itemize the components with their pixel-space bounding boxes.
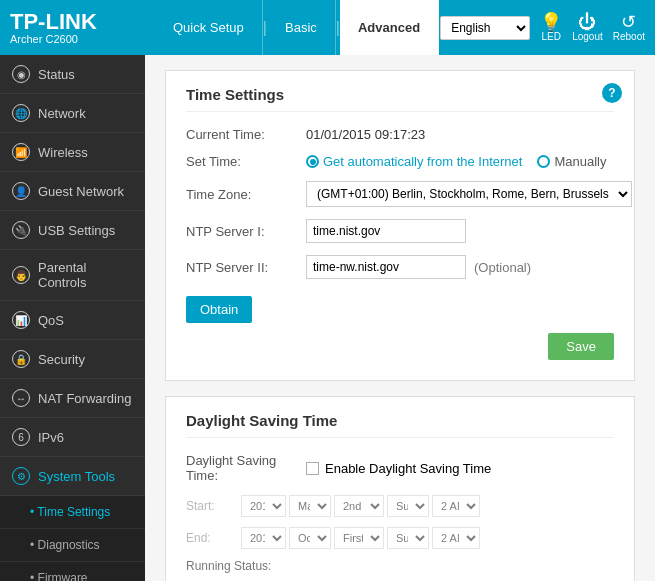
dst-checkbox[interactable] (306, 462, 319, 475)
sidebar-item-nat-forwarding[interactable]: ↔ NAT Forwarding (0, 379, 145, 418)
sidebar-item-label: Network (38, 106, 86, 121)
sidebar-item-ipv6[interactable]: 6 IPv6 (0, 418, 145, 457)
header: TP-LINK Archer C2600 Quick Setup | Basic… (0, 0, 655, 55)
sidebar-item-label: IPv6 (38, 430, 64, 445)
current-time-label: Current Time: (186, 127, 306, 142)
sidebar-item-label: USB Settings (38, 223, 115, 238)
led-button[interactable]: 💡 LED (540, 13, 562, 42)
current-time-value: 01/01/2015 09:17:23 (306, 127, 425, 142)
dst-end-month[interactable]: Oct (289, 527, 331, 549)
ntp2-row: NTP Server II: (Optional) (186, 255, 614, 279)
logout-icon: ⏻ (578, 13, 596, 31)
sidebar-item-guest-network[interactable]: 👤 Guest Network (0, 172, 145, 211)
dst-end-day[interactable]: Sun (387, 527, 429, 549)
reboot-button[interactable]: ↺ Reboot (613, 13, 645, 42)
sidebar-sub-firmware-upgrade[interactable]: Firmware Upgrade (0, 562, 145, 581)
daylight-saving-title: Daylight Saving Time (186, 412, 614, 438)
dst-checkbox-row: Enable Daylight Saving Time (306, 461, 491, 476)
language-select[interactable]: English Chinese (440, 16, 530, 40)
sidebar-sub-menu: Time Settings Diagnostics Firmware Upgra… (0, 496, 145, 581)
help-icon[interactable]: ? (602, 83, 622, 103)
sidebar-item-network[interactable]: 🌐 Network (0, 94, 145, 133)
logout-button[interactable]: ⏻ Logout (572, 13, 603, 42)
timezone-select[interactable]: (GMT+01:00) Berlin, Stockholm, Rome, Ber… (306, 181, 632, 207)
logo-model: Archer C2600 (10, 33, 155, 45)
dst-start-week[interactable]: 2nd (334, 495, 384, 517)
set-time-label: Set Time: (186, 154, 306, 169)
main-content: ? Time Settings Current Time: 01/01/2015… (145, 55, 655, 581)
running-status-label: Running Status: (186, 559, 306, 573)
sidebar-item-label: QoS (38, 313, 64, 328)
led-icon: 💡 (540, 13, 562, 31)
guest-network-icon: 👤 (12, 182, 30, 200)
nat-icon: ↔ (12, 389, 30, 407)
dst-end-hour[interactable]: 2 AM (432, 527, 480, 549)
manually-radio-option[interactable]: Manually (537, 154, 606, 169)
dst-start-row: Start: 2015 Mar 2nd Sun 2 AM (186, 495, 614, 517)
set-time-radio-group: Get automatically from the Internet Manu… (306, 154, 606, 169)
sidebar-item-status[interactable]: ◉ Status (0, 55, 145, 94)
sidebar-item-label: Security (38, 352, 85, 367)
current-time-row: Current Time: 01/01/2015 09:17:23 (186, 127, 614, 142)
auto-radio-label: Get automatically from the Internet (323, 154, 522, 169)
sidebar-sub-time-settings[interactable]: Time Settings (0, 496, 145, 529)
dst-start-month[interactable]: Mar (289, 495, 331, 517)
dst-end-label: End: (186, 531, 241, 545)
ntp2-label: NTP Server II: (186, 260, 306, 275)
header-right: English Chinese 💡 LED ⏻ Logout ↺ Reboot (440, 13, 645, 42)
daylight-saving-section: Daylight Saving Time Daylight Saving Tim… (165, 396, 635, 581)
ntp1-row: NTP Server I: (186, 219, 614, 243)
sidebar-item-label: Wireless (38, 145, 88, 160)
dst-fields: Start: 2015 Mar 2nd Sun 2 AM (186, 495, 614, 549)
sidebar-item-label: Status (38, 67, 75, 82)
sidebar-sub-diagnostics[interactable]: Diagnostics (0, 529, 145, 562)
logo-brand: TP-LINK (10, 11, 155, 33)
nav-quick-setup[interactable]: Quick Setup (155, 0, 263, 55)
sidebar-item-label: Guest Network (38, 184, 124, 199)
ntp2-input[interactable] (306, 255, 466, 279)
auto-radio-dot (306, 155, 319, 168)
parental-icon: 👨 (12, 266, 30, 284)
qos-icon: 📊 (12, 311, 30, 329)
dst-end-week[interactable]: First (334, 527, 384, 549)
dst-end-row: End: 2015 Oct First Sun 2 AM (186, 527, 614, 549)
sidebar-item-label: Parental Controls (38, 260, 133, 290)
timezone-label: Time Zone: (186, 187, 306, 202)
timezone-row: Time Zone: (GMT+01:00) Berlin, Stockholm… (186, 181, 614, 207)
status-icon: ◉ (12, 65, 30, 83)
system-tools-icon: ⚙ (12, 467, 30, 485)
sidebar-item-label: System Tools (38, 469, 115, 484)
dst-start-hour[interactable]: 2 AM (432, 495, 480, 517)
sidebar-item-system-tools[interactable]: ⚙ System Tools (0, 457, 145, 496)
sidebar-item-wireless[interactable]: 📶 Wireless (0, 133, 145, 172)
usb-icon: 🔌 (12, 221, 30, 239)
dst-label: Daylight Saving Time: (186, 453, 306, 483)
sidebar-item-parental-controls[interactable]: 👨 Parental Controls (0, 250, 145, 301)
obtain-button[interactable]: Obtain (186, 296, 252, 323)
ntp1-label: NTP Server I: (186, 224, 306, 239)
dst-end-year[interactable]: 2015 (241, 527, 286, 549)
sidebar-item-security[interactable]: 🔒 Security (0, 340, 145, 379)
auto-radio-option[interactable]: Get automatically from the Internet (306, 154, 522, 169)
ntp1-input[interactable] (306, 219, 466, 243)
network-icon: 🌐 (12, 104, 30, 122)
dst-start-year[interactable]: 2015 (241, 495, 286, 517)
time-settings-section: ? Time Settings Current Time: 01/01/2015… (165, 70, 635, 381)
sidebar-item-qos[interactable]: 📊 QoS (0, 301, 145, 340)
manually-radio-dot (537, 155, 550, 168)
time-settings-title: Time Settings (186, 86, 614, 112)
nav-advanced[interactable]: Advanced (340, 0, 439, 55)
dst-start-day[interactable]: Sun (387, 495, 429, 517)
layout: ◉ Status 🌐 Network 📶 Wireless 👤 Guest Ne… (0, 55, 655, 581)
sidebar-item-usb-settings[interactable]: 🔌 USB Settings (0, 211, 145, 250)
security-icon: 🔒 (12, 350, 30, 368)
dst-start-label: Start: (186, 499, 241, 513)
ntp2-optional: (Optional) (474, 260, 531, 275)
enable-dst-label: Enable Daylight Saving Time (325, 461, 491, 476)
ipv6-icon: 6 (12, 428, 30, 446)
dst-row: Daylight Saving Time: Enable Daylight Sa… (186, 453, 614, 483)
time-save-button[interactable]: Save (548, 333, 614, 360)
logo-area: TP-LINK Archer C2600 (10, 11, 155, 45)
sidebar-item-label: NAT Forwarding (38, 391, 131, 406)
nav-basic[interactable]: Basic (267, 0, 336, 55)
